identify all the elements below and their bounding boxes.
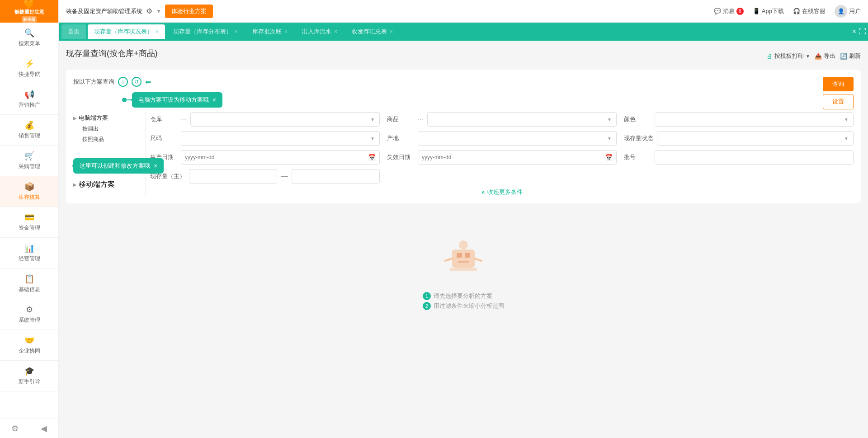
origin-select[interactable]: ▼ bbox=[418, 131, 617, 146]
warehouse-dots[interactable]: ··· bbox=[181, 115, 187, 123]
sidebar-item-quick[interactable]: ⚡ 快捷导航 bbox=[0, 53, 58, 84]
set-btn[interactable]: 设置 bbox=[823, 94, 854, 109]
tab-close-all-icon[interactable]: × bbox=[852, 28, 856, 36]
tab-summary[interactable]: 收发存汇总表 × bbox=[345, 24, 399, 39]
logo-name: 畅捷通好生意 bbox=[14, 9, 44, 15]
sidebar-item-inventory[interactable]: 📦 库存核算 bbox=[0, 176, 58, 207]
sidebar-item-search[interactable]: 🔍 搜索菜单 bbox=[0, 23, 58, 53]
sidebar-label-sales: 销售管理 bbox=[19, 132, 40, 140]
product-select[interactable]: ▼ bbox=[427, 112, 617, 127]
tab-home[interactable]: 首页 bbox=[61, 24, 86, 39]
collapse-sidebar-icon[interactable]: ◀ bbox=[41, 424, 47, 433]
tab-inout-close[interactable]: × bbox=[334, 28, 337, 35]
stock-main-to-input[interactable] bbox=[292, 169, 380, 184]
warehouse-select[interactable]: ▼ bbox=[190, 112, 380, 127]
expire-date-icon[interactable]: 📅 bbox=[605, 154, 613, 161]
avatar: 👤 bbox=[835, 5, 847, 18]
pc-sub-item-1[interactable]: 按调出 bbox=[82, 124, 141, 134]
scheme-popover-1-close[interactable]: × bbox=[212, 96, 216, 104]
system-gear-icon[interactable]: ⚙ bbox=[146, 7, 152, 15]
origin-field: 产地 ▼ bbox=[387, 131, 617, 146]
message-action[interactable]: 💬 消息 6 bbox=[714, 7, 744, 15]
inventory-icon: 📦 bbox=[24, 182, 34, 192]
scheme-panel: ▶ 电脑端方案 按调出 按照商品 bbox=[73, 112, 146, 196]
pc-scheme-item[interactable]: ▶ 电脑端方案 bbox=[73, 112, 141, 124]
filter-reset-btn[interactable]: ↺ bbox=[132, 77, 142, 87]
tab-batch[interactable]: 库存批次账 × bbox=[246, 24, 294, 39]
empty-illustration bbox=[436, 236, 491, 281]
message-label: 消息 bbox=[723, 7, 735, 15]
sidebar-bottom: ⚙ ◀ bbox=[0, 419, 58, 438]
sidebar-item-marketing[interactable]: 📢 营销推广 bbox=[0, 84, 58, 115]
industry-btn[interactable]: 体验行业方案 bbox=[165, 5, 213, 18]
mobile-scheme-item[interactable]: ▶ 移动端方案 bbox=[73, 178, 141, 191]
sidebar-item-system[interactable]: ⚙ 系统管理 bbox=[0, 299, 58, 330]
stock-status-arrow-icon: ▼ bbox=[844, 136, 849, 141]
mobile-scheme-item-wrap: ▶ 移动端方案 bbox=[73, 178, 141, 191]
settings-bottom-icon[interactable]: ⚙ bbox=[11, 424, 19, 433]
tab-inventory-status[interactable]: 现存量（库存状况表） × bbox=[88, 24, 165, 39]
tab-batch-close[interactable]: × bbox=[284, 28, 288, 35]
product-dots[interactable]: ··· bbox=[418, 115, 424, 123]
expire-date-label: 失效日期 bbox=[387, 153, 414, 161]
pc-sub-item-2[interactable]: 按照商品 bbox=[82, 134, 141, 145]
color-label: 颜色 bbox=[624, 115, 651, 123]
color-select[interactable]: ▼ bbox=[655, 112, 854, 127]
tab-bar-right: × ⛶ bbox=[852, 28, 866, 36]
action-buttons: 查询 设置 bbox=[823, 77, 854, 109]
print-btn[interactable]: 🖨 按模板打印 ▼ bbox=[767, 52, 810, 60]
sidebar-item-basic[interactable]: 📋 基础信息 bbox=[0, 268, 58, 299]
sidebar-item-operation[interactable]: 📊 经营管理 bbox=[0, 238, 58, 268]
quick-icon: ⚡ bbox=[24, 59, 34, 69]
product-label: 商品 bbox=[387, 115, 414, 123]
prod-date-from-wrap[interactable]: 📅 bbox=[181, 150, 380, 165]
collapse-up-icon: ∧ bbox=[481, 189, 486, 196]
product-field: 商品 ··· ▼ bbox=[387, 112, 617, 127]
prod-date-from-input[interactable] bbox=[185, 154, 365, 160]
purchase-icon: 🛒 bbox=[24, 151, 34, 161]
tab-fullscreen-icon[interactable]: ⛶ bbox=[859, 28, 866, 36]
sidebar-item-finance[interactable]: 💳 资金管理 bbox=[0, 207, 58, 238]
pc-sub-1-label: 按调出 bbox=[82, 125, 99, 133]
stock-status-select[interactable]: ▼ bbox=[657, 131, 854, 146]
expire-date-from-input[interactable] bbox=[422, 154, 602, 160]
refresh-btn[interactable]: 🔄 刷新 bbox=[840, 52, 861, 60]
scheme-popover-2-close[interactable]: × bbox=[154, 162, 157, 170]
stock-main-from-input[interactable] bbox=[189, 169, 277, 184]
sidebar-label-marketing: 营销推广 bbox=[19, 101, 40, 109]
filter-add-btn[interactable]: + bbox=[118, 77, 128, 87]
logo-badge: 标准版 bbox=[22, 16, 37, 23]
origin-label: 产地 bbox=[387, 134, 414, 142]
support-action[interactable]: 🎧 在线客服 bbox=[793, 7, 826, 15]
tab-batch-label: 库存批次账 bbox=[252, 28, 282, 36]
page-title-bar: 现存量查询(按仓库+商品) 🖨 按模板打印 ▼ 📤 导出 🔄 刷新 bbox=[66, 48, 861, 64]
tab-inventory-dist[interactable]: 现存量（库存分布表） × bbox=[167, 24, 244, 39]
sidebar-item-sales[interactable]: 💰 销售管理 bbox=[0, 115, 58, 146]
user-action[interactable]: 👤 用户 bbox=[835, 5, 861, 18]
sidebar-label-quick: 快捷导航 bbox=[19, 71, 40, 78]
export-btn[interactable]: 📤 导出 bbox=[815, 52, 835, 60]
filter-panel: 按以下方案查询 + ↺ ⬅ 电脑方案可设为移动方案哦 × bbox=[66, 70, 861, 203]
tab-summary-close[interactable]: × bbox=[390, 28, 393, 35]
sidebar-item-corp[interactable]: 🤝 企业协同 bbox=[0, 330, 58, 361]
sidebar-item-guide[interactable]: 🎓 新手引导 bbox=[0, 361, 58, 391]
collapse-btn[interactable]: ∧ 收起更多条件 bbox=[481, 188, 523, 196]
svg-rect-3 bbox=[458, 261, 469, 263]
svg-rect-2 bbox=[465, 253, 470, 258]
size-select[interactable]: ▼ bbox=[181, 131, 380, 146]
print-arrow-icon: ▼ bbox=[806, 54, 810, 59]
batch-no-input[interactable] bbox=[655, 150, 854, 165]
filter-header: 按以下方案查询 + ↺ ⬅ bbox=[73, 77, 854, 87]
tab-inventory-dist-close[interactable]: × bbox=[235, 28, 238, 35]
expire-date-from-wrap[interactable]: 📅 bbox=[418, 150, 617, 165]
collapse-label: 收起更多条件 bbox=[487, 188, 523, 196]
app-action[interactable]: 📱 App下载 bbox=[753, 7, 784, 15]
tab-inout[interactable]: 出入库流水 × bbox=[296, 24, 344, 39]
prod-date-from-icon[interactable]: 📅 bbox=[368, 154, 376, 161]
filter-back-btn[interactable]: ⬅ bbox=[145, 78, 151, 86]
tab-summary-label: 收发存汇总表 bbox=[352, 28, 387, 36]
query-btn[interactable]: 查询 bbox=[823, 77, 854, 91]
tab-inventory-status-close[interactable]: × bbox=[156, 28, 159, 35]
sidebar-item-purchase[interactable]: 🛒 采购管理 bbox=[0, 146, 58, 176]
empty-hints: 1 请先选择要分析的方案 2 用过滤条件来缩小分析范围 bbox=[423, 290, 504, 312]
